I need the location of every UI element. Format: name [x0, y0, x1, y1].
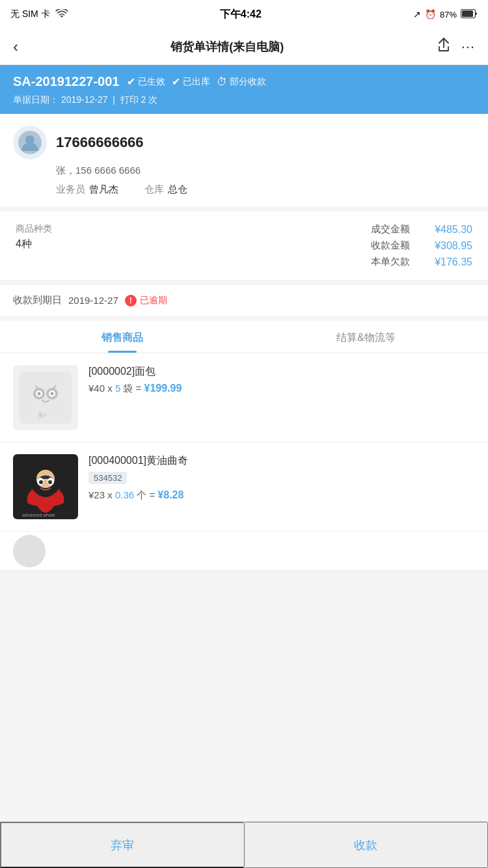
product-thumb-partial: [13, 535, 46, 567]
more-button[interactable]: ···: [461, 38, 475, 55]
product-qty-2: 0.36: [115, 489, 134, 500]
overdue-badge: ! 已逾期: [125, 295, 167, 306]
collect-button[interactable]: 收款: [244, 822, 489, 868]
customer-meta: 业务员 曾凡杰 仓库 总仓: [13, 183, 475, 196]
svg-rect-1: [462, 10, 473, 17]
product-name-2: [000400001]黄油曲奇: [88, 454, 475, 468]
warehouse-meta: 仓库 总仓: [144, 183, 187, 196]
sim-status: 无 SIM 卡: [10, 8, 50, 20]
customer-detail: 张，156 6666 6666: [13, 165, 475, 177]
list-item: advanced whale [000400001]黄油曲奇 534532 ¥2…: [0, 442, 488, 532]
debt-value: ¥176.35: [420, 256, 472, 268]
battery-icon: [461, 9, 478, 20]
check-icon-2: ✔: [172, 75, 180, 88]
clock-icon: ⏱: [217, 76, 227, 88]
amount-label: 成交金额: [371, 223, 410, 236]
svg-point-16: [39, 480, 43, 484]
sales-meta: 业务员 曾凡杰: [56, 183, 118, 196]
svg-text:兔+: 兔+: [38, 412, 47, 418]
check-icon-1: ✔: [127, 75, 135, 88]
category-label: 商品种类: [16, 223, 52, 235]
due-date-label: 收款到期日: [13, 294, 62, 306]
page-title: 销货单详情(来自电脑): [170, 39, 284, 55]
warehouse-value: 总仓: [168, 183, 187, 196]
overdue-label: 已逾期: [140, 295, 167, 306]
product-qty-1: 5: [115, 383, 120, 394]
stats-right: 成交金额 ¥485.30 收款金额 ¥308.95 本单欠款 ¥176.35: [371, 223, 472, 268]
tabs-bar: 销售商品 结算&物流等: [0, 321, 488, 353]
order-id: SA-20191227-001: [13, 74, 119, 89]
share-button[interactable]: [437, 38, 451, 55]
collected-row: 收款金额 ¥308.95: [371, 239, 472, 252]
stats-section: 商品种类 4种 成交金额 ¥485.30 收款金额 ¥308.95 本单欠款 ¥…: [0, 211, 488, 285]
warehouse-label: 仓库: [144, 183, 164, 196]
sales-label: 业务员: [56, 183, 85, 196]
bottom-bar: 弃审 收款: [0, 821, 488, 868]
due-section: 收款到期日 2019-12-27 ! 已逾期: [0, 285, 488, 321]
debt-row: 本单欠款 ¥176.35: [371, 256, 472, 268]
product-thumb-2: advanced whale: [13, 454, 78, 519]
avatar: [13, 126, 47, 159]
product-info-1: [0000002]面包 ¥40 x 5 袋 = ¥199.99: [88, 365, 475, 395]
collected-value: ¥308.95: [420, 240, 472, 252]
product-total-2: ¥8.28: [157, 489, 183, 500]
tab-sales-products[interactable]: 销售商品: [0, 321, 244, 353]
due-date-value: 2019-12-27: [68, 295, 118, 306]
svg-text:advanced whale: advanced whale: [22, 513, 55, 517]
status-effective: ✔ 已生效: [127, 75, 165, 88]
overdue-icon: !: [125, 295, 137, 306]
customer-section: 17666666666 张，156 6666 6666 业务员 曾凡杰 仓库 总…: [0, 114, 488, 211]
svg-point-8: [38, 392, 41, 396]
product-price-2: ¥23 x 0.36 个 = ¥8.28: [88, 489, 475, 502]
tab-settlement[interactable]: 结算&物流等: [244, 321, 488, 353]
nav-actions: ···: [437, 38, 475, 55]
product-thumb-1: 兔+: [13, 365, 78, 430]
location-icon: ↗: [413, 9, 421, 20]
sales-value: 曾凡杰: [89, 183, 118, 196]
stats-left: 商品种类 4种: [16, 223, 52, 251]
amount-value: ¥485.30: [420, 224, 472, 236]
status-time: 下午4:42: [220, 8, 262, 21]
status-left: 无 SIM 卡: [10, 8, 68, 20]
list-item: 兔+ [0000002]面包 ¥40 x 5 袋 = ¥199.99: [0, 353, 488, 442]
product-image-placeholder-1: 兔+: [20, 372, 72, 424]
order-header: SA-20191227-001 ✔ 已生效 ✔ 已出库 ⏱ 部分收款 单据日期：…: [0, 65, 488, 114]
customer-row: 17666666666: [13, 126, 475, 159]
svg-point-9: [51, 392, 54, 396]
back-button[interactable]: ‹: [13, 38, 18, 56]
customer-name: 17666666666: [56, 134, 144, 151]
order-date-line: 单据日期： 2019-12-27 | 打印 2 次: [13, 94, 475, 106]
product-info-2: [000400001]黄油曲奇 534532 ¥23 x 0.36 个 = ¥8…: [88, 454, 475, 502]
nav-bar: ‹ 销货单详情(来自电脑) ···: [0, 29, 488, 65]
alarm-icon: ⏰: [425, 9, 436, 20]
product-name-1: [0000002]面包: [88, 365, 475, 379]
product-price-1: ¥40 x 5 袋 = ¥199.99: [88, 383, 475, 395]
product-badge-2: 534532: [88, 472, 127, 484]
cancel-button[interactable]: 弃审: [0, 822, 244, 868]
debt-label: 本单欠款: [371, 256, 410, 268]
list-item: [0, 532, 488, 571]
status-shipped: ✔ 已出库: [172, 75, 210, 88]
product-total-1: ¥199.99: [144, 383, 182, 394]
category-value: 4种: [16, 237, 52, 251]
svg-point-17: [48, 480, 52, 484]
battery-level: 87%: [440, 10, 457, 20]
status-partial: ⏱ 部分收款: [217, 76, 266, 88]
wifi-icon: [55, 9, 68, 20]
collected-label: 收款金额: [371, 239, 410, 252]
status-right: ↗ ⏰ 87%: [413, 9, 478, 20]
product-list: 兔+ [0000002]面包 ¥40 x 5 袋 = ¥199.99: [0, 353, 488, 571]
status-bar: 无 SIM 卡 下午4:42 ↗ ⏰ 87%: [0, 0, 488, 29]
amount-row: 成交金额 ¥485.30: [371, 223, 472, 236]
status-tags: ✔ 已生效 ✔ 已出库 ⏱ 部分收款: [127, 75, 266, 88]
product-image-2: advanced whale: [13, 454, 78, 519]
